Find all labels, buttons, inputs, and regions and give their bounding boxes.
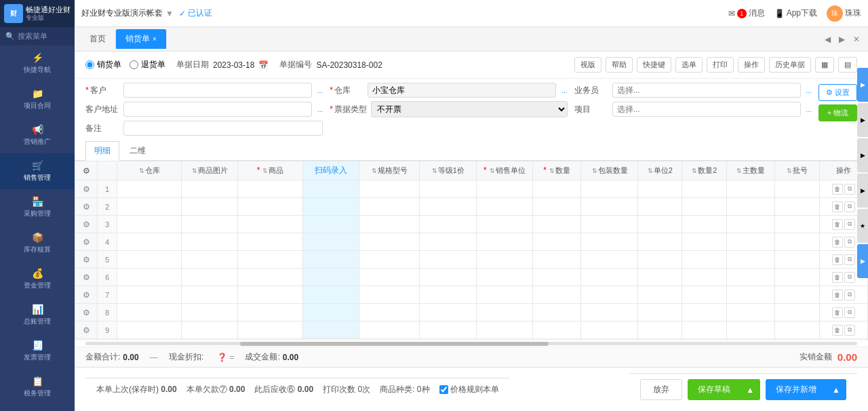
table-row[interactable]: ⚙ 9 🗑 ⧉ [75,321,868,339]
cell-unit2[interactable] [637,304,682,321]
cell-qty[interactable] [532,180,580,198]
cell-qty[interactable] [532,321,580,339]
cell-product[interactable] [238,304,302,321]
project-input[interactable] [612,102,801,117]
cell-product-img[interactable] [182,286,238,304]
col-spec[interactable]: ⇅规格型号 [359,161,419,180]
cell-batch-import[interactable] [302,304,359,321]
cell-unit2[interactable] [637,233,682,251]
layout-grid-btn[interactable]: ▦ [815,57,834,73]
cell-warehouse[interactable] [117,269,181,286]
cell-pack-qty[interactable] [581,269,637,286]
cell-spec[interactable] [359,198,419,216]
row-gear-icon[interactable]: ⚙ [83,308,90,317]
warehouse-ellipsis[interactable]: ... [561,87,567,94]
cell-price1[interactable] [420,198,476,216]
row-gear-icon[interactable]: ⚙ [83,237,90,247]
delete-row-btn[interactable]: 🗑 [832,184,843,195]
cell-product-img[interactable] [182,321,238,339]
cell-spec[interactable] [359,180,419,198]
tab-2d[interactable]: 二维 [121,141,155,160]
delete-row-btn[interactable]: 🗑 [832,307,843,318]
delete-row-btn[interactable]: 🗑 [832,219,843,230]
cell-unit2[interactable] [637,180,682,198]
table-row[interactable]: ⚙ 3 🗑 ⧉ [75,216,868,233]
float-btn-5[interactable]: ★ [857,209,868,243]
company-selector[interactable]: 好业财专业版演示帐套 ▼ [81,7,174,19]
cell-pack-qty[interactable] [581,216,637,233]
cell-batch-import[interactable] [302,269,359,286]
delete-row-btn[interactable]: 🗑 [832,201,843,212]
tab-home[interactable]: 首页 [80,29,116,49]
cell-batch[interactable] [775,233,819,251]
cell-sales-unit[interactable] [476,286,532,304]
cell-sales-unit[interactable] [476,216,532,233]
cell-warehouse[interactable] [117,251,181,269]
cell-main-qty[interactable] [726,269,774,286]
cell-batch-import[interactable] [302,216,359,233]
add-material-btn[interactable]: + 物流 [818,104,857,121]
cell-product[interactable] [238,180,302,198]
cell-price1[interactable] [420,321,476,339]
copy-row-btn[interactable]: ⧉ [844,219,855,230]
address-ellipsis[interactable]: ... [317,106,323,113]
sidebar-item-project[interactable]: 📁 项目合同 [0,81,75,117]
cell-qty[interactable] [532,269,580,286]
cell-qty[interactable] [532,233,580,251]
cell-sales-unit[interactable] [476,304,532,321]
copy-row-btn[interactable]: ⧉ [844,254,855,265]
cell-product-img[interactable] [182,180,238,198]
cell-batch-import[interactable] [302,321,359,339]
cell-batch[interactable] [775,321,819,339]
col-main-qty[interactable]: ⇅主数量 [726,161,774,180]
save-new-btn[interactable]: 保存并新增 [766,379,827,400]
app-download-btn[interactable]: 📱 App下载 [774,7,817,19]
row-gear-icon[interactable]: ⚙ [83,273,90,282]
cell-pack-qty[interactable] [581,304,637,321]
invoice-select[interactable]: 不开票 普通发票 专用发票 [371,101,568,117]
row-gear-icon[interactable]: ⚙ [83,220,90,229]
cell-qty2[interactable] [682,286,726,304]
table-row[interactable]: ⚙ 6 🗑 ⧉ [75,269,868,286]
note-input[interactable] [123,121,323,136]
col-batch[interactable]: ⇅批号 [775,161,819,180]
cell-qty2[interactable] [682,198,726,216]
project-ellipsis[interactable]: ... [806,106,812,113]
cell-spec[interactable] [359,304,419,321]
cell-product[interactable] [238,198,302,216]
col-qty[interactable]: * ⇅数量 [532,161,580,180]
copy-row-btn[interactable]: ⧉ [844,272,855,283]
cell-qty2[interactable] [682,269,726,286]
delete-row-btn[interactable]: 🗑 [832,325,843,336]
cell-product-img[interactable] [182,216,238,233]
col-warehouse[interactable]: ⇅仓库 [117,161,181,180]
cell-spec[interactable] [359,286,419,304]
delete-row-btn[interactable]: 🗑 [832,290,843,300]
warehouse-input[interactable] [368,83,556,98]
copy-row-btn[interactable]: ⧉ [844,201,855,212]
sidebar-item-tax[interactable]: 📋 税务管理 [0,369,75,405]
salesperson-ellipsis[interactable]: ... [806,87,812,94]
cell-qty2[interactable] [682,233,726,251]
sidebar-item-quick-nav[interactable]: ⚡ 快捷导航 [0,45,75,81]
customer-ellipsis[interactable]: ... [317,87,323,94]
delete-row-btn[interactable]: 🗑 [832,254,843,265]
cell-spec[interactable] [359,321,419,339]
layout-list-btn[interactable]: ▤ [838,57,857,73]
save-draft-dropdown-btn[interactable]: ▲ [741,379,760,400]
cell-batch[interactable] [775,216,819,233]
cell-warehouse[interactable] [117,233,181,251]
operate-btn[interactable]: 操作 [738,57,765,73]
sidebar-item-invoice[interactable]: 🧾 发票管理 [0,333,75,369]
history-btn[interactable]: 历史单据 [769,57,811,73]
cell-main-qty[interactable] [726,180,774,198]
cell-batch[interactable] [775,251,819,269]
float-btn-6[interactable]: ▶ [857,244,868,278]
tab-detail[interactable]: 明细 [85,141,119,161]
cell-batch[interactable] [775,304,819,321]
view-btn[interactable]: 视版 [574,57,601,73]
sidebar-item-marketing[interactable]: 📢 营销推广 [0,117,75,153]
col-price1[interactable]: ⇅等级1价 [420,161,476,180]
row-gear-icon[interactable]: ⚙ [83,184,90,194]
cell-price1[interactable] [420,251,476,269]
